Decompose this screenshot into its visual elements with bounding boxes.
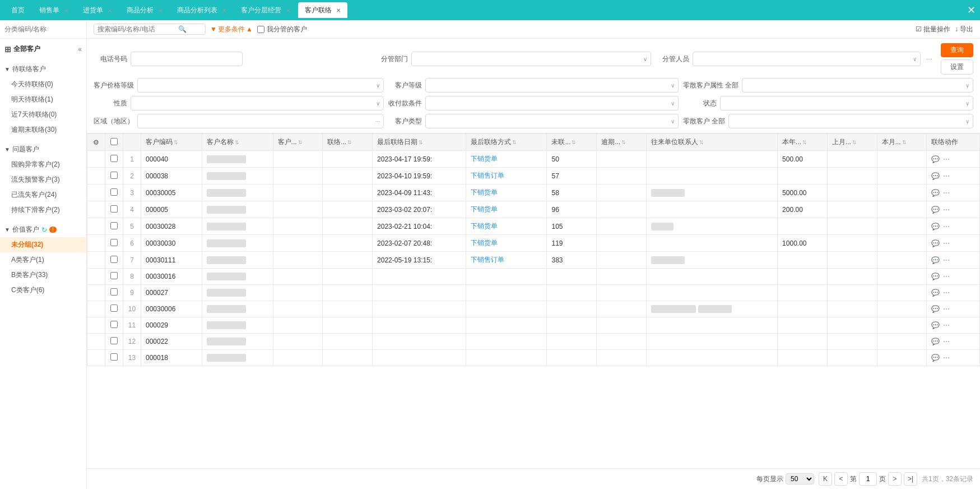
more-action-icon[interactable]: ⋯ <box>943 239 950 247</box>
more-action-icon[interactable]: ⋯ <box>943 273 950 280</box>
th-contact[interactable]: 联络...⇅ <box>323 134 373 151</box>
more-action-icon[interactable]: ⋯ <box>943 172 950 180</box>
chat-icon[interactable]: 💬 <box>931 354 940 362</box>
chat-icon[interactable]: 💬 <box>931 239 940 247</box>
th-customer-type[interactable]: 客户...⇅ <box>273 134 323 151</box>
sidebar-collapse-btn[interactable]: « <box>78 45 82 53</box>
last-page-btn[interactable]: >| <box>904 472 917 486</box>
customer-type-select[interactable]: ∨ <box>425 114 679 128</box>
more-icon[interactable]: ··· <box>926 55 932 63</box>
pending-contact-header[interactable]: ▼ 待联络客户 <box>0 62 86 77</box>
manager-select[interactable]: ∨ <box>693 52 921 66</box>
row-checkbox[interactable] <box>110 272 118 279</box>
row-checkbox[interactable] <box>110 188 118 196</box>
per-page-select[interactable]: 50 100 <box>786 473 814 485</box>
region-select[interactable]: ··· <box>137 114 384 128</box>
sidebar-item-today[interactable]: 今天待联络(0) <box>0 77 86 92</box>
more-conditions-btn[interactable]: ▼ 更多条件 ▲ <box>210 25 253 34</box>
close-customer-segment-tab[interactable]: ✕ <box>286 7 290 13</box>
more-action-icon[interactable]: ⋯ <box>943 223 950 230</box>
more-action-icon[interactable]: ⋯ <box>943 289 950 297</box>
retail-customer-select[interactable]: ∨ <box>728 114 973 128</box>
row-checkbox[interactable] <box>110 305 118 312</box>
th-external-contact[interactable]: 往来单位联系人⇅ <box>646 134 777 151</box>
sidebar-item-overdue[interactable]: 逾期未联络(30) <box>0 122 86 137</box>
tab-customer-segment[interactable]: 客户分层经营 ✕ <box>234 2 297 18</box>
chat-icon[interactable]: 💬 <box>931 321 940 329</box>
last-method-link[interactable]: 下销货单 <box>471 205 498 213</box>
all-customers-item[interactable]: ⊞ 全部客户 « <box>0 41 86 57</box>
dept-select[interactable]: ∨ <box>411 52 651 66</box>
retail-attr-select[interactable]: ∨ <box>742 78 973 93</box>
th-this-month[interactable]: 本月...⇅ <box>877 134 927 151</box>
phone-input[interactable] <box>131 52 243 66</box>
query-button[interactable]: 查询 <box>941 43 973 57</box>
row-checkbox[interactable] <box>110 353 118 361</box>
more-action-icon[interactable]: ⋯ <box>943 206 950 214</box>
chat-icon[interactable]: 💬 <box>931 256 940 264</box>
select-all-checkbox[interactable] <box>110 138 118 145</box>
sidebar-item-class-b[interactable]: B类客户(33) <box>0 267 86 283</box>
my-customers-checkbox[interactable] <box>257 26 264 33</box>
last-method-link[interactable]: 下销货单 <box>471 239 498 247</box>
sidebar-search-input[interactable] <box>4 25 87 33</box>
th-overdue[interactable]: 逾期...⇅ <box>597 134 647 151</box>
close-product-analysis-tab[interactable]: ✕ <box>158 7 162 13</box>
sidebar-item-class-a[interactable]: A类客户(1) <box>0 252 86 267</box>
chat-icon[interactable]: 💬 <box>931 206 940 214</box>
prev-page-btn[interactable]: < <box>834 472 848 486</box>
row-checkbox[interactable] <box>110 222 118 229</box>
nature-select[interactable]: ∨ <box>131 96 384 110</box>
row-checkbox[interactable] <box>110 205 118 213</box>
value-customers-header[interactable]: ▼ 价值客户 ↻ ! <box>0 222 86 237</box>
th-settings[interactable]: ⚙ <box>87 134 105 151</box>
sidebar-item-declining[interactable]: 持续下滑客户(2) <box>0 202 86 218</box>
sidebar-item-hoarding[interactable]: 囤购异常客户(2) <box>0 157 86 172</box>
tab-product-analysis[interactable]: 商品分析 ✕ <box>120 2 169 18</box>
tab-home[interactable]: 首页 <box>4 2 31 18</box>
tab-sales[interactable]: 销售单 ✕ <box>32 2 75 18</box>
more-action-icon[interactable]: ⋯ <box>943 189 950 197</box>
more-action-icon[interactable]: ⋯ <box>943 354 950 362</box>
next-page-btn[interactable]: > <box>888 472 902 486</box>
chat-icon[interactable]: 💬 <box>931 155 940 163</box>
page-input[interactable] <box>859 472 877 486</box>
chat-icon[interactable]: 💬 <box>931 223 940 230</box>
sidebar-item-ungrouped[interactable]: 未分组(32) <box>0 237 86 252</box>
more-action-icon[interactable]: ⋯ <box>943 338 950 345</box>
tab-purchase[interactable]: 进货单 ✕ <box>76 2 119 18</box>
th-not-contacted[interactable]: 未联...⇅ <box>547 134 597 151</box>
row-checkbox[interactable] <box>110 256 118 263</box>
row-checkbox[interactable] <box>110 337 118 344</box>
filter-search-input[interactable] <box>97 25 176 33</box>
tab-customer-contact[interactable]: 客户联络 ✕ <box>298 2 347 18</box>
more-action-icon[interactable]: ⋯ <box>943 305 950 313</box>
th-last-month[interactable]: 上月...⇅ <box>827 134 877 151</box>
batch-ops-btn[interactable]: ☑ 批量操作 <box>916 25 950 34</box>
last-method-link[interactable]: 下销货单 <box>471 155 498 163</box>
customer-level-select[interactable]: ∨ <box>425 78 679 93</box>
filter-search-icon[interactable]: 🔍 <box>178 25 187 33</box>
status-select[interactable]: ∨ <box>720 96 973 110</box>
row-checkbox[interactable] <box>110 321 118 328</box>
sidebar-item-7days[interactable]: 近7天待联络(0) <box>0 107 86 122</box>
chat-icon[interactable]: 💬 <box>931 189 940 197</box>
th-this-year[interactable]: 本年...⇅ <box>778 134 828 151</box>
close-product-analysis-list-tab[interactable]: ✕ <box>222 7 226 13</box>
chat-icon[interactable]: 💬 <box>931 305 940 313</box>
row-checkbox[interactable] <box>110 155 118 162</box>
last-method-link[interactable]: 下销售订单 <box>471 256 504 264</box>
th-last-contact-date[interactable]: 最后联络日期⇅ <box>373 134 466 151</box>
chat-icon[interactable]: 💬 <box>931 289 940 297</box>
chat-icon[interactable]: 💬 <box>931 338 940 345</box>
more-action-icon[interactable]: ⋯ <box>943 321 950 329</box>
close-sales-tab[interactable]: ✕ <box>64 7 68 13</box>
th-last-contact-method[interactable]: 最后联络方式⇅ <box>466 134 547 151</box>
close-purchase-tab[interactable]: ✕ <box>108 7 112 13</box>
sidebar-item-churned[interactable]: 已流失客户(24) <box>0 187 86 202</box>
row-checkbox[interactable] <box>110 239 118 246</box>
th-customer-name[interactable]: 客户名称⇅ <box>202 134 273 151</box>
close-all-tabs[interactable]: ✕ <box>967 4 976 16</box>
sidebar-item-class-c[interactable]: C类客户(6) <box>0 283 86 298</box>
th-customer-code[interactable]: 客户编码⇅ <box>141 134 202 151</box>
